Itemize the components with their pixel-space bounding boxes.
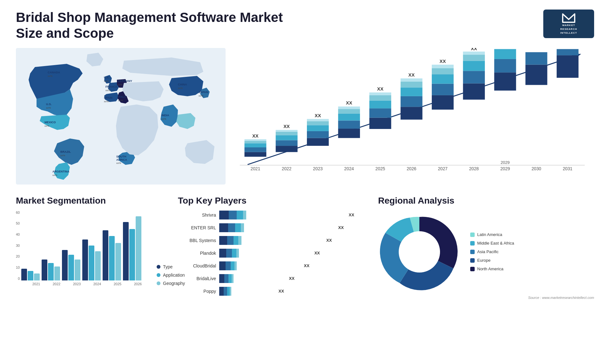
svg-text:xx%: xx% xyxy=(104,100,109,103)
segmentation-title: Market Segmentation xyxy=(16,196,168,206)
seg-bar-application-2025 xyxy=(109,236,115,280)
regional-legend: Latin America Middle East & Africa Asia … xyxy=(470,232,514,271)
svg-text:xx%: xx% xyxy=(118,83,122,86)
regional-section: Regional Analysis xyxy=(378,196,594,300)
svg-rect-22 xyxy=(244,143,266,147)
mexico-label: MEXICO xyxy=(44,121,56,124)
player-name-0: Shrivra xyxy=(178,212,216,218)
donut-chart-svg xyxy=(378,211,461,293)
mea-legend: Middle East & Africa xyxy=(470,241,514,246)
svg-rect-29 xyxy=(276,135,298,140)
seg-y-axis: 60 50 40 30 20 10 0 xyxy=(16,211,21,280)
growth-chart: XX 2021 XX 2022 xyxy=(235,48,594,169)
player-row-1: ENTER SRLXX xyxy=(178,223,369,232)
player-row-3: PlandokXX xyxy=(178,249,369,258)
bottom-grid: Market Segmentation 60 50 40 30 20 10 0 xyxy=(16,196,594,300)
europe-legend: Europe xyxy=(470,258,514,263)
svg-rect-63 xyxy=(432,84,454,95)
player-label-4: XX xyxy=(304,263,309,268)
svg-text:XX: XX xyxy=(346,100,352,105)
svg-rect-85 xyxy=(557,49,579,55)
svg-text:AFRICA: AFRICA xyxy=(116,158,127,161)
player-row-0: ShrivraXX xyxy=(178,211,369,219)
svg-text:xx%: xx% xyxy=(46,106,51,109)
svg-text:2021: 2021 xyxy=(251,166,261,171)
svg-text:XX: XX xyxy=(315,113,321,118)
svg-text:2022: 2022 xyxy=(282,166,292,171)
legend-application: Application xyxy=(157,273,185,278)
seg-bar-geography-2021 xyxy=(34,273,40,280)
app-dot xyxy=(157,273,160,277)
svg-rect-73 xyxy=(463,51,485,55)
svg-text:2029: 2029 xyxy=(500,166,510,171)
player-bar-seg-3-1 xyxy=(226,249,232,258)
seg-group-2025 xyxy=(103,230,121,280)
seg-bar-application-2026 xyxy=(129,229,135,280)
svg-text:xx%: xx% xyxy=(44,125,49,127)
players-list: ShrivraXXENTER SRLXXBBL SystemsXXPlandok… xyxy=(178,211,369,296)
seg-legend: Type Application Geography xyxy=(157,261,185,286)
player-label-3: XX xyxy=(314,251,320,255)
north-america-label: North America xyxy=(477,266,503,271)
player-bar-seg-2-1 xyxy=(227,236,234,245)
svg-text:2029: 2029 xyxy=(501,160,510,165)
player-bar-container-2: XX xyxy=(219,236,369,245)
player-bar-seg-2-2 xyxy=(234,236,238,245)
seg-bar-type-2026 xyxy=(123,222,129,280)
player-bar-seg-4-2 xyxy=(231,261,234,270)
latin-america-label: Latin America xyxy=(477,232,502,237)
svg-rect-21 xyxy=(244,147,266,152)
player-bar-seg-1-3 xyxy=(241,223,244,232)
svg-text:xx%: xx% xyxy=(60,154,65,157)
player-bar-inner-4 xyxy=(219,261,302,270)
player-row-4: CloudBridalXX xyxy=(178,261,369,270)
uk-label: U.K. xyxy=(104,76,110,79)
svg-rect-49 xyxy=(369,108,391,118)
player-bar-container-5: XX xyxy=(219,274,369,283)
svg-rect-62 xyxy=(432,95,454,110)
asia-pacific-legend: Asia Pacific xyxy=(470,249,514,254)
svg-rect-36 xyxy=(307,125,329,131)
svg-text:XX: XX xyxy=(283,124,290,129)
svg-marker-0 xyxy=(563,14,575,22)
south-africa-label: SOUTH xyxy=(116,155,126,158)
svg-text:XX: XX xyxy=(252,133,259,138)
svg-text:2030: 2030 xyxy=(532,166,541,171)
player-row-6: PoppyXX xyxy=(178,287,369,296)
seg-group-2024 xyxy=(82,239,101,280)
svg-rect-59 xyxy=(401,78,423,82)
svg-rect-69 xyxy=(463,83,485,99)
japan-label: JAPAN xyxy=(199,91,208,94)
svg-text:XX: XX xyxy=(408,72,415,78)
svg-rect-57 xyxy=(401,87,423,96)
svg-rect-70 xyxy=(463,71,485,83)
asia-pacific-label: Asia Pacific xyxy=(477,249,498,254)
svg-text:xx%: xx% xyxy=(118,99,123,102)
svg-rect-44 xyxy=(338,109,360,114)
logo-area: MARKET RESEARCH INTELLECT xyxy=(543,10,594,38)
seg-group-2026 xyxy=(123,216,141,280)
europe-dot xyxy=(470,258,475,263)
svg-rect-31 xyxy=(276,130,298,132)
player-bar-seg-6-0 xyxy=(219,287,224,296)
seg-bar-geography-2025 xyxy=(115,243,121,280)
svg-rect-30 xyxy=(276,132,298,135)
player-bar-seg-0-3 xyxy=(243,211,246,219)
svg-rect-81 xyxy=(525,64,547,85)
header: Bridal Shop Management Software Market S… xyxy=(16,10,594,42)
seg-group-2023 xyxy=(62,250,80,280)
north-america-dot xyxy=(470,267,475,271)
players-section: Top Key Players ShrivraXXENTER SRLXXBBL … xyxy=(178,196,369,300)
regional-title: Regional Analysis xyxy=(378,196,594,206)
svg-text:xx%: xx% xyxy=(178,87,183,90)
mea-dot xyxy=(470,241,475,246)
mea-label: Middle East & Africa xyxy=(477,241,514,246)
svg-text:2025: 2025 xyxy=(376,166,385,171)
seg-chart-area: 60 50 40 30 20 10 0 xyxy=(16,211,168,286)
svg-text:xx%: xx% xyxy=(116,162,121,165)
player-bar-seg-5-2 xyxy=(228,274,232,283)
player-bar-inner-2 xyxy=(219,236,324,245)
svg-rect-28 xyxy=(276,140,298,146)
player-bar-seg-1-2 xyxy=(235,223,241,232)
svg-rect-43 xyxy=(338,114,360,121)
